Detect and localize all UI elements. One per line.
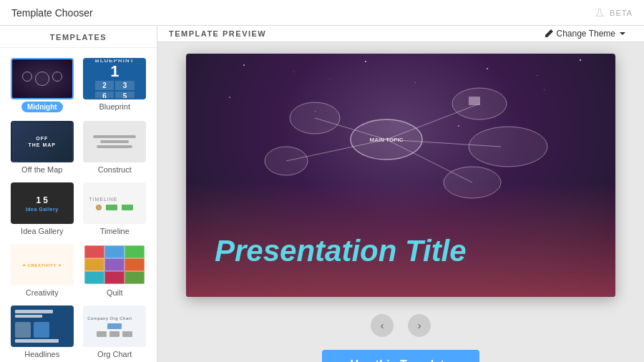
org-box-3 [122, 331, 132, 337]
quilt-label: Quilt [107, 288, 123, 297]
star-3 [365, 61, 366, 62]
orgchart-content: Company Org Chart [84, 313, 145, 340]
orgchart-title-text: Company Org Chart [87, 316, 142, 321]
preview-area: MAIN TOPIC Presentation Title [157, 42, 644, 308]
top-bar: Template Chooser BETA [0, 0, 644, 26]
template-item-headlines[interactable]: Headlines [6, 301, 79, 362]
template-grid: Midnight BLUEPRINT 1 2 3 6 5 [0, 48, 157, 362]
creativity-label: Creativity [26, 288, 59, 297]
quilt-cell-6 [125, 258, 145, 271]
template-thumb-timeline: TIMELINE [83, 182, 146, 224]
change-theme-label: Change Theme [557, 29, 616, 39]
hl-box-2 [34, 322, 49, 338]
template-thumb-blueprint: BLUEPRINT 1 2 3 6 5 [83, 58, 146, 99]
star-7 [580, 59, 581, 61]
main-layout: TEMPLATES Midnight BLUEPRINT [0, 26, 644, 362]
sidebar: TEMPLATES Midnight BLUEPRINT [0, 26, 157, 362]
tl-line [96, 205, 133, 210]
svg-point-8 [265, 147, 308, 175]
hl-line-3 [15, 339, 59, 343]
hl-line-1 [15, 310, 53, 313]
construct-bar-3 [97, 145, 132, 148]
offmap-label: Off the Map [21, 165, 62, 174]
template-thumb-headlines [11, 305, 74, 347]
quilt-cell-2 [104, 245, 125, 258]
bp-cell-1: 2 [95, 81, 114, 90]
blueprint-title: BLUEPRINT [95, 58, 135, 64]
blueprint-label: Blueprint [99, 102, 130, 111]
hl-boxes [15, 322, 69, 338]
tl-dot [96, 205, 102, 210]
pencil-icon [544, 29, 554, 39]
template-thumb-midnight [11, 58, 74, 99]
beta-badge: BETA [594, 7, 633, 19]
template-item-orgchart[interactable]: Company Org Chart Org Chart [79, 301, 152, 362]
slide-nav: ‹ › [157, 308, 644, 343]
template-item-offmap[interactable]: OFFTHE MAP Off the Map [6, 117, 79, 178]
blueprint-content: BLUEPRINT 1 2 3 6 5 [95, 58, 135, 99]
construct-bar-1 [93, 135, 136, 138]
template-item-quilt[interactable]: Quilt [79, 240, 152, 301]
template-thumb-offmap: OFFTHE MAP [11, 121, 74, 162]
creativity-text: ✦ CREATIVITY ✦ [22, 263, 62, 268]
next-slide-button[interactable]: › [408, 314, 431, 337]
presentation-title: Presentation Title [215, 234, 467, 268]
blueprint-grid: 2 3 6 5 [95, 81, 135, 100]
hl-line-2 [15, 315, 42, 318]
orgchart-label: Org Chart [97, 350, 132, 358]
circle-2 [35, 72, 49, 86]
star-1 [243, 64, 245, 66]
beta-label: BETA [610, 9, 633, 17]
offmap-text: OFFTHE MAP [29, 135, 57, 148]
template-thumb-construct [83, 121, 146, 162]
change-theme-button[interactable]: Change Theme [538, 26, 633, 41]
construct-label: Construct [98, 165, 132, 174]
ideagallery-label: Idea Gallery [21, 227, 63, 235]
template-item-midnight[interactable]: Midnight [6, 54, 79, 117]
template-item-timeline[interactable]: TIMELINE Timeline [79, 178, 152, 240]
orgchart-row2 [87, 331, 142, 337]
org-box-2 [109, 331, 119, 337]
svg-point-7 [290, 102, 340, 134]
bp-cell-3: 6 [95, 92, 114, 100]
sidebar-header: TEMPLATES [0, 26, 157, 48]
blueprint-num: 1 [95, 64, 135, 79]
org-top-box [107, 323, 122, 329]
bp-cell-2: 3 [115, 81, 134, 90]
quilt-cell-3 [125, 245, 145, 258]
template-thumb-orgchart: Company Org Chart [83, 305, 146, 347]
quilt-cell-5 [104, 258, 125, 271]
template-item-creativity[interactable]: ✦ CREATIVITY ✦ Creativity [6, 240, 79, 301]
flask-icon [594, 7, 605, 19]
svg-text:MAIN TOPIC: MAIN TOPIC [370, 137, 404, 143]
construct-inner [93, 135, 136, 148]
ig-label: Idea Gallery [26, 207, 59, 212]
prev-slide-button[interactable]: ‹ [371, 314, 394, 337]
template-item-ideagallery[interactable]: 1 5 Idea Gallery Idea Gallery [6, 178, 79, 240]
template-item-blueprint[interactable]: BLUEPRINT 1 2 3 6 5 Blueprint [79, 54, 152, 117]
bp-cell-4: 5 [115, 92, 134, 100]
use-template-button[interactable]: Use this Template [322, 350, 480, 362]
quilt-cell-9 [125, 271, 145, 284]
right-panel: TEMPLATE PREVIEW Change Theme [157, 26, 644, 362]
tl-title: TIMELINE [89, 197, 117, 202]
app-title: Template Chooser [11, 7, 93, 19]
timeline-label: Timeline [100, 227, 130, 235]
hl-box-1 [15, 322, 31, 338]
quilt-cell-8 [104, 271, 125, 284]
quilt-cell-7 [84, 271, 104, 284]
ig-num-1: 1 [36, 195, 42, 205]
selected-badge: Midnight [21, 102, 63, 112]
circle-1 [22, 72, 32, 82]
orgchart-top [87, 323, 142, 329]
slide-preview: MAIN TOPIC Presentation Title [186, 54, 615, 297]
ig-num-2: 5 [43, 195, 48, 205]
preview-title: TEMPLATE PREVIEW [169, 29, 266, 38]
midnight-circles [22, 72, 62, 86]
template-thumb-creativity: ✦ CREATIVITY ✦ [11, 244, 74, 285]
org-box-1 [97, 331, 107, 337]
template-thumb-ideagallery: 1 5 Idea Gallery [11, 182, 74, 224]
template-item-construct[interactable]: Construct [79, 117, 152, 178]
quilt-cell-4 [84, 258, 104, 271]
headlines-label: Headlines [24, 350, 59, 358]
